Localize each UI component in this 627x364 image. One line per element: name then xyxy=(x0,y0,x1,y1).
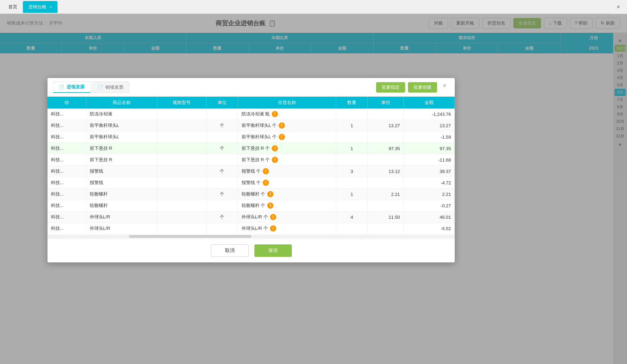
modal-body: 你 商品名称 规格型号 单位 存货名称 数量 单价 金额 科技...防冻冷却液防… xyxy=(47,97,455,234)
tab-home-label: 首页 xyxy=(8,4,17,9)
th-col8: 金额 xyxy=(403,97,454,109)
table-cell xyxy=(157,131,206,143)
table-cell: 前平衡杆球头L xyxy=(86,131,157,143)
warning-icon: ! xyxy=(279,122,285,129)
table-cell xyxy=(157,189,206,200)
table-cell xyxy=(157,120,206,131)
table-cell xyxy=(368,223,404,234)
table-cell xyxy=(206,154,238,166)
table-cell: 外球头L/R xyxy=(86,211,157,223)
table-cell xyxy=(157,177,206,189)
warning-icon: ! xyxy=(272,111,278,117)
table-cell: 科技... xyxy=(47,120,86,131)
window-close-btn[interactable]: × xyxy=(610,0,627,14)
table-cell: -4.72 xyxy=(403,177,454,189)
th-col4: 单位 xyxy=(206,97,238,109)
table-cell: 39.37 xyxy=(403,166,454,177)
warning-icon: ! xyxy=(272,145,278,151)
table-cell: 外球头L/R 个! xyxy=(238,211,336,223)
table-cell: 前平衡杆球头L 个! xyxy=(238,120,336,131)
table-row: 科技...轮毂螺杆轮毂螺杆 个!-0.27 xyxy=(47,200,455,211)
table-cell xyxy=(157,143,206,154)
table-row: 科技...防冻冷却液防冻冷却液 瓶!-1,243.76 xyxy=(47,109,455,120)
table-cell: 97.35 xyxy=(368,143,404,154)
main-content: 销售成本计算方法： 月平均 商贸企业进销台账 📋 对账 重新开账 存货别名 生成… xyxy=(0,14,627,364)
th-col1: 你 xyxy=(47,97,86,109)
table-cell: 个 xyxy=(206,166,238,177)
modal-footer: 取消 保存 xyxy=(47,239,455,262)
table-cell: 1 xyxy=(336,120,368,131)
scrollbar-thumb[interactable] xyxy=(129,235,251,238)
table-cell xyxy=(157,154,206,166)
table-row: 科技...报警线报警线 个!-4.72 xyxy=(47,177,455,189)
modal-close-btn[interactable]: × xyxy=(440,82,449,93)
table-cell xyxy=(206,131,238,143)
table-cell: 报警线 xyxy=(86,177,157,189)
table-cell xyxy=(368,131,404,143)
table-cell: 科技... xyxy=(47,223,86,234)
table-cell xyxy=(336,223,368,234)
table-cell: 46.01 xyxy=(403,211,454,223)
table-cell: 科技... xyxy=(47,131,86,143)
table-cell: 前下悬挂 R xyxy=(86,154,157,166)
modal-tabs: 📄 进项发票 📄 销项发票 xyxy=(53,81,129,93)
table-row: 科技...外球头L/R个外球头L/R 个!411.5046.01 xyxy=(47,211,455,223)
table-cell xyxy=(157,223,206,234)
table-cell: 报警线 个! xyxy=(238,166,336,177)
table-cell xyxy=(157,211,206,223)
table-cell: 科技... xyxy=(47,177,86,189)
th-col5: 存货名称 xyxy=(238,97,336,109)
table-cell: 4 xyxy=(336,211,368,223)
horizontal-scrollbar[interactable] xyxy=(47,235,455,238)
batch-assign-btn[interactable]: 批量指定 xyxy=(376,82,405,93)
tab-close-btn[interactable]: × xyxy=(50,5,52,9)
table-cell: 轮毂螺杆 个! xyxy=(238,200,336,211)
tab-active[interactable]: 进销台账 × xyxy=(23,1,58,13)
table-row: 科技...前平衡杆球头L个前平衡杆球头L 个!113.2713.27 xyxy=(47,120,455,131)
table-cell: 13.27 xyxy=(368,120,404,131)
table-cell: 科技... xyxy=(47,200,86,211)
table-cell: 外球头L/R 个! xyxy=(238,223,336,234)
table-cell: 报警线 个! xyxy=(238,177,336,189)
tab-input-invoice[interactable]: 📄 进项发票 xyxy=(53,81,90,93)
table-row: 科技...前下悬挂 R前下悬挂 R 个!-11.68 xyxy=(47,154,455,166)
table-cell: 个 xyxy=(206,211,238,223)
table-row: 科技...外球头L/R外球头L/R 个!-5.52 xyxy=(47,223,455,234)
table-row: 科技...前平衡杆球头L前平衡杆球头L 个!-1.59 xyxy=(47,131,455,143)
modal-dialog: 📄 进项发票 📄 销项发票 批量指定 批量创建 × 你 商 xyxy=(47,78,455,262)
warning-icon: ! xyxy=(263,180,269,186)
table-cell xyxy=(157,166,206,177)
table-cell: 外球头L/R xyxy=(86,223,157,234)
table-cell: 97.35 xyxy=(403,143,454,154)
tab-sales-invoice[interactable]: 📄 销项发票 xyxy=(92,81,129,93)
th-col2: 商品名称 xyxy=(86,97,157,109)
table-cell: 前下悬挂 R 个! xyxy=(238,143,336,154)
table-cell: 1 xyxy=(336,143,368,154)
table-cell: 前下悬挂 R xyxy=(86,143,157,154)
table-cell xyxy=(368,177,404,189)
table-cell: 科技... xyxy=(47,166,86,177)
cancel-btn[interactable]: 取消 xyxy=(211,244,249,257)
th-col6: 数量 xyxy=(336,97,368,109)
table-cell: 科技... xyxy=(47,189,86,200)
table-cell: 防冻冷却液 瓶! xyxy=(238,109,336,120)
table-cell: 轮毂螺杆 xyxy=(86,189,157,200)
table-cell: -1.59 xyxy=(403,131,454,143)
table-cell: -1,243.76 xyxy=(403,109,454,120)
table-cell: -11.68 xyxy=(403,154,454,166)
table-cell xyxy=(336,131,368,143)
table-cell: 个 xyxy=(206,189,238,200)
warning-icon: ! xyxy=(267,191,273,197)
batch-create-btn[interactable]: 批量创建 xyxy=(408,82,437,93)
table-cell: 科技... xyxy=(47,109,86,120)
tab-home[interactable]: 首页 xyxy=(3,1,23,13)
table-cell: 科技... xyxy=(47,143,86,154)
modal-table: 你 商品名称 规格型号 单位 存货名称 数量 单价 金额 科技...防冻冷却液防… xyxy=(47,97,455,234)
warning-icon: ! xyxy=(267,202,273,209)
warning-icon: ! xyxy=(272,157,278,163)
table-cell xyxy=(206,223,238,234)
save-btn[interactable]: 保存 xyxy=(254,244,292,257)
table-cell: 个 xyxy=(206,143,238,154)
table-cell xyxy=(206,109,238,120)
table-cell: 报警线 xyxy=(86,166,157,177)
